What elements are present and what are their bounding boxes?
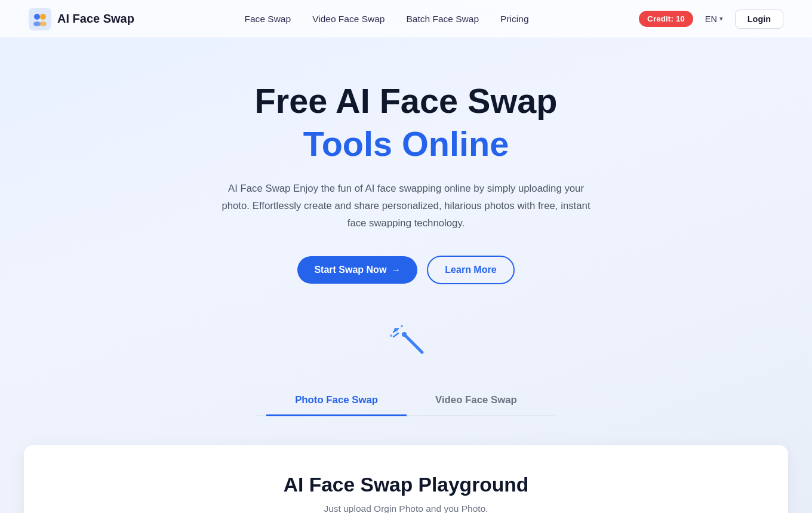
hero-subtitle: AI Face Swap Enjoy the fun of AI face sw… (221, 180, 591, 232)
svg-point-6 (390, 334, 392, 337)
svg-point-7 (401, 325, 403, 327)
svg-point-9 (402, 332, 407, 337)
start-swap-button[interactable]: Start Swap Now → (297, 256, 417, 284)
magic-wand-icon (385, 320, 427, 362)
hero-title-line2: Tools Online (303, 124, 509, 164)
lang-label: EN (705, 14, 717, 24)
navbar-actions: Credit: 10 EN ▾ Login (639, 10, 783, 29)
svg-point-1 (34, 14, 40, 20)
svg-line-8 (404, 334, 422, 352)
svg-line-11 (393, 333, 398, 337)
login-button[interactable]: Login (735, 10, 783, 29)
credit-badge[interactable]: Credit: 10 (639, 11, 693, 27)
magic-wand-container (385, 320, 427, 364)
tab-photo-face-swap[interactable]: Photo Face Swap (266, 386, 407, 416)
playground-section: AI Face Swap Playground Just upload Orgi… (24, 445, 788, 513)
logo-icon (29, 8, 51, 30)
logo-link[interactable]: AI Face Swap (29, 8, 134, 30)
language-selector[interactable]: EN ▾ (700, 11, 728, 27)
logo-text: AI Face Swap (57, 12, 134, 26)
hero-title-line1: Free AI Face Swap (255, 81, 558, 121)
svg-point-2 (40, 14, 46, 20)
svg-point-4 (39, 21, 47, 26)
nav-face-swap[interactable]: Face Swap (245, 14, 291, 24)
nav-batch-face-swap[interactable]: Batch Face Swap (406, 14, 479, 24)
tabs-container: Photo Face Swap Video Face Swap (257, 386, 555, 416)
arrow-right-icon: → (391, 265, 401, 275)
playground-title: AI Face Swap Playground (48, 474, 764, 496)
hero-section: Free AI Face Swap Tools Online AI Face S… (0, 38, 812, 445)
chevron-down-icon: ▾ (719, 15, 723, 23)
nav-pricing[interactable]: Pricing (500, 14, 528, 24)
svg-rect-0 (29, 8, 51, 30)
learn-more-button[interactable]: Learn More (427, 256, 514, 284)
navbar: AI Face Swap Face Swap Video Face Swap B… (0, 0, 812, 38)
hero-buttons: Start Swap Now → Learn More (297, 256, 514, 284)
tab-video-face-swap[interactable]: Video Face Swap (407, 386, 546, 416)
playground-subtitle: Just upload Orgin Photo and you Photo. (48, 503, 764, 513)
nav-links: Face Swap Video Face Swap Batch Face Swa… (245, 14, 529, 24)
nav-video-face-swap[interactable]: Video Face Swap (312, 14, 385, 24)
